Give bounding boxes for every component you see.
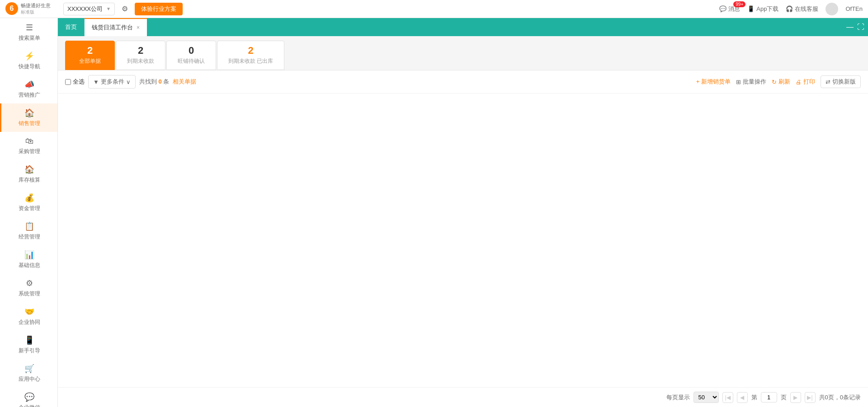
marketing-icon: 📣	[24, 80, 34, 89]
toolbar-left: 全选 ▼ 更多条件 ∨ 共找到 0 条 相关单据	[65, 75, 693, 89]
refresh-icon: ↻	[772, 79, 777, 85]
batch-icon: ⊞	[736, 79, 741, 85]
company-selector[interactable]: XXXXXX公司 ▼	[63, 3, 115, 15]
main-area: 首页 钱货日清工作台 × — ⛶ 2 全部单据	[58, 18, 868, 407]
sidebar-item-operation[interactable]: 📋 经营管理	[0, 217, 57, 245]
per-page-select[interactable]: 50 100 200	[693, 392, 719, 403]
sidebar-item-wechat[interactable]: 💬 企业微信	[0, 388, 57, 407]
sidebar-label-marketing: 营销推广	[19, 91, 40, 99]
found-text: 共找到 0 条 相关单据	[139, 78, 196, 86]
tab-close-icon[interactable]: ×	[137, 24, 140, 31]
select-all-checkbox[interactable]	[65, 79, 71, 85]
online-service-btn[interactable]: 🎧 在线客服	[786, 5, 818, 13]
message-badge: 99+	[733, 1, 745, 7]
switch-icon: ⇄	[826, 79, 830, 85]
refresh-btn[interactable]: ↻ 刷新	[772, 78, 790, 86]
username-display[interactable]: OfTEn	[845, 5, 863, 12]
stats-all-label: 全部单据	[76, 57, 104, 65]
guide-icon: 📱	[24, 335, 34, 345]
content-area: 2 全部单据 2 到期未收款 0 旺铺待确认 2 到期未收款 已出库	[58, 36, 868, 407]
stats-wangdian-label: 旺铺待确认	[178, 57, 205, 65]
sidebar-item-basic-info[interactable]: 📊 基础信息	[0, 245, 57, 274]
tabs-actions: — ⛶	[843, 18, 868, 36]
switch-version-btn[interactable]: ⇄ 切换新版	[821, 75, 861, 88]
batch-operation-btn[interactable]: ⊞ 批量操作	[736, 78, 766, 86]
sales-icon: 🏠	[24, 108, 34, 118]
sidebar-item-purchase[interactable]: 🛍 采购管理	[0, 132, 57, 160]
phone-icon: 📱	[747, 5, 755, 12]
sidebar-item-enterprise[interactable]: 🤝 企业协同	[0, 302, 57, 331]
add-sales-order-btn[interactable]: + 新增销货单	[696, 78, 731, 86]
operation-icon: 📋	[24, 221, 34, 231]
app-download-btn[interactable]: 📱 App下载	[747, 5, 778, 13]
last-page-btn[interactable]: ▶|	[805, 392, 816, 403]
table-area	[58, 94, 868, 387]
page-input[interactable]	[761, 392, 777, 402]
found-prefix: 共找到	[139, 78, 157, 85]
capital-icon: 💰	[24, 193, 34, 203]
sidebar-item-capital[interactable]: 💰 资金管理	[0, 188, 57, 217]
sidebar-item-system[interactable]: ⚙ 系统管理	[0, 274, 57, 302]
main-layout: ☰ 搜索菜单 ⚡ 快捷导航 📣 营销推广 🏠 销售管理 🛍 采购管理 🏠 库存核…	[0, 18, 868, 407]
sidebar-item-guide[interactable]: 📱 新手引导	[0, 331, 57, 359]
online-service-label: 在线客服	[795, 5, 818, 13]
related-bill-btn[interactable]: 相关单据	[173, 78, 196, 85]
sidebar-label-app-center: 应用中心	[19, 375, 40, 383]
page-label-prefix: 第	[751, 393, 757, 402]
quick-nav-icon: ⚡	[24, 51, 34, 61]
filter-label: 更多条件	[101, 78, 124, 86]
batch-label: 批量操作	[743, 78, 766, 86]
tab-home[interactable]: 首页	[58, 18, 85, 36]
maximize-icon[interactable]: ⛶	[857, 23, 864, 31]
experience-btn[interactable]: 体验行业方案	[135, 3, 183, 15]
system-icon: ⚙	[26, 278, 33, 288]
stats-overdue-outbound-count: 2	[228, 45, 273, 56]
logo-badge: 标准版	[21, 9, 51, 15]
tab-active-workbench[interactable]: 钱货日清工作台 ×	[85, 18, 147, 36]
stats-tab-wangdian[interactable]: 0 旺铺待确认	[166, 41, 216, 70]
sidebar-label-enterprise: 企业协同	[19, 318, 40, 326]
logo-icon: 6	[5, 2, 18, 15]
next-page-btn[interactable]: ▶	[790, 392, 801, 403]
sidebar-item-marketing[interactable]: 📣 营销推广	[0, 75, 57, 103]
page-label-suffix: 页	[781, 393, 787, 402]
sidebar-item-quick-nav[interactable]: ⚡ 快捷导航	[0, 47, 57, 75]
logo-name: 畅捷通好生意	[21, 2, 51, 9]
active-tab-label: 钱货日清工作台	[92, 23, 133, 32]
sidebar-item-sales[interactable]: 🏠 销售管理	[0, 103, 57, 132]
purchase-icon: 🛍	[25, 136, 33, 146]
select-all-checkbox-group[interactable]: 全选	[65, 78, 85, 86]
print-btn[interactable]: 🖨 打印	[796, 78, 815, 86]
filter-btn[interactable]: ▼ 更多条件 ∨	[88, 75, 136, 89]
tabs-bar: 首页 钱货日清工作台 × — ⛶	[58, 18, 868, 36]
minimize-icon[interactable]: —	[846, 23, 854, 31]
sidebar: ☰ 搜索菜单 ⚡ 快捷导航 📣 营销推广 🏠 销售管理 🛍 采购管理 🏠 库存核…	[0, 18, 58, 407]
sidebar-label-quick-nav: 快捷导航	[19, 63, 40, 70]
stats-overdue-outbound-label: 到期未收款 已出库	[228, 57, 273, 65]
stats-tab-all[interactable]: 2 全部单据	[65, 41, 115, 70]
message-btn[interactable]: 💬 消息 99+	[719, 5, 740, 13]
tabs-spacer	[147, 18, 843, 36]
prev-page-btn[interactable]: ◀	[737, 392, 748, 403]
sidebar-label-guide: 新手引导	[19, 347, 40, 355]
first-page-btn[interactable]: |◀	[722, 392, 733, 403]
sidebar-label-purchase: 采购管理	[19, 148, 40, 155]
page-summary: 共0页，0条记录	[819, 393, 861, 402]
toolbar-right: + 新增销货单 ⊞ 批量操作 ↻ 刷新 🖨 打印	[696, 75, 861, 88]
sidebar-item-inventory[interactable]: 🏠 库存核算	[0, 160, 57, 188]
found-count: 0	[159, 78, 162, 85]
wechat-icon: 💬	[24, 392, 34, 402]
avatar[interactable]	[826, 3, 838, 15]
sidebar-item-app-center[interactable]: 🛒 应用中心	[0, 359, 57, 388]
basic-info-icon: 📊	[24, 250, 34, 260]
sidebar-label-inventory: 库存核算	[19, 176, 40, 184]
settings-icon[interactable]: ⚙	[118, 3, 131, 15]
stats-tab-overdue-outbound[interactable]: 2 到期未收款 已出库	[217, 41, 284, 70]
sidebar-item-search-menu[interactable]: ☰ 搜索菜单	[0, 18, 57, 47]
stats-all-count: 2	[76, 45, 104, 56]
app-logo: 6 畅捷通好生意 标准版	[5, 2, 63, 15]
sidebar-label-system: 系统管理	[19, 290, 40, 298]
stats-tab-overdue[interactable]: 2 到期未收款	[116, 41, 165, 70]
inventory-icon: 🏠	[24, 164, 34, 174]
stats-overdue-label: 到期未收款	[127, 57, 154, 65]
